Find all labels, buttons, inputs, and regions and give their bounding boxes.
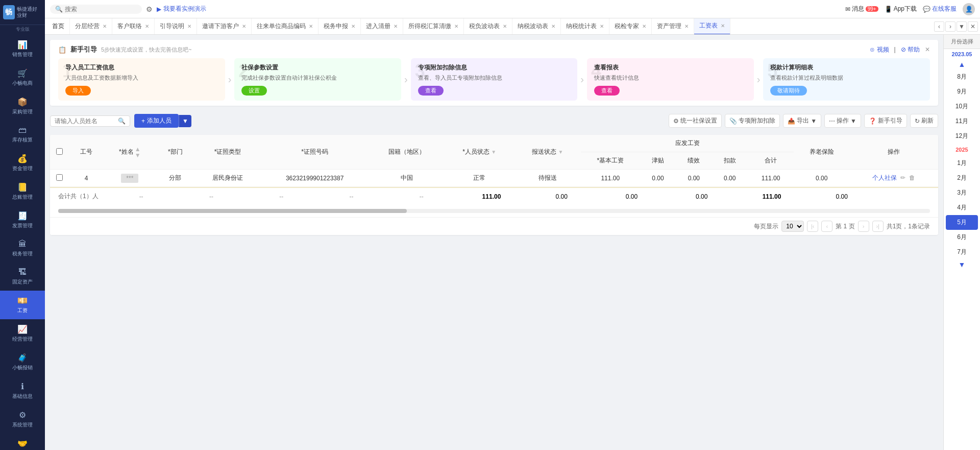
add-employee-dropdown[interactable]: ▼ <box>179 115 191 127</box>
step3-view-button[interactable]: 查看 <box>418 86 444 96</box>
step4-view-button[interactable]: 查看 <box>594 86 620 96</box>
tab-close-1[interactable]: ✕ <box>103 23 107 29</box>
step1-import-button[interactable]: 导入 <box>65 86 91 96</box>
employee-search[interactable]: 🔍 <box>50 115 130 127</box>
month-item-5[interactable]: 5月 <box>946 215 978 230</box>
sidebar-item-库存核算[interactable]: 🗃库存核算 <box>0 121 45 149</box>
sidebar-item-工资[interactable]: 💴工资 <box>0 291 45 319</box>
message-button[interactable]: ✉ 消息 99+ <box>845 5 878 13</box>
send-status-filter-icon[interactable]: ▼ <box>558 149 563 155</box>
search-icon[interactable]: 🔍 <box>118 117 126 125</box>
tab-工资表[interactable]: 工资表✕ <box>694 18 730 35</box>
app-download-button[interactable]: 📱 App下载 <box>885 5 917 13</box>
tab-纳税波动表[interactable]: 纳税波动表✕ <box>512 18 561 35</box>
tab-税检专家[interactable]: 税检专家✕ <box>609 18 652 35</box>
tab-scroll-right[interactable]: › <box>945 21 955 32</box>
sidebar-item-企业协同[interactable]: 🤝企业协同 <box>0 434 45 450</box>
sidebar-item-采购管理[interactable]: 📦采购管理 <box>0 92 45 121</box>
demo-link[interactable]: ▶ 我要看实例演示 <box>157 5 206 13</box>
month-item-6[interactable]: 6月 <box>944 230 980 245</box>
sidebar-item-固定资产[interactable]: 🏗固定资产 <box>0 263 45 291</box>
tab-close-11[interactable]: ✕ <box>600 23 604 29</box>
sidebar-item-发票管理[interactable]: 🧾发票管理 <box>0 206 45 234</box>
scrollbar-thumb[interactable] <box>58 209 407 213</box>
month-nav-up[interactable]: ▲ <box>958 59 967 69</box>
close-all-tabs[interactable]: ✕ <box>968 21 978 32</box>
month-item-10[interactable]: 10月 <box>944 99 980 114</box>
guide-video-link[interactable]: ⊙ 视频 <box>870 45 889 54</box>
sidebar-item-税务管理[interactable]: 🏛税务管理 <box>0 234 45 263</box>
topbar-search-input[interactable] <box>65 6 126 13</box>
month-item-4[interactable]: 4月 <box>944 200 980 215</box>
sidebar-item-系统管理[interactable]: ⚙系统管理 <box>0 405 45 434</box>
step2-set-button[interactable]: 设置 <box>241 86 267 96</box>
tab-close-4[interactable]: ✕ <box>242 23 246 29</box>
tab-close-3[interactable]: ✕ <box>187 23 191 29</box>
tab-close-12[interactable]: ✕ <box>642 23 646 29</box>
tab-纳税统计表[interactable]: 纳税统计表✕ <box>561 18 609 35</box>
tab-close-7[interactable]: ✕ <box>394 23 398 29</box>
tab-往来单位商品编码[interactable]: 往来单位商品编码✕ <box>252 18 318 35</box>
sidebar-item-销售管理[interactable]: 📊销售管理 <box>0 35 45 63</box>
tab-税负波动表[interactable]: 税负波动表✕ <box>464 18 512 35</box>
month-item-11[interactable]: 11月 <box>944 114 980 129</box>
month-item-7[interactable]: 7月 <box>944 245 980 259</box>
topbar-search[interactable]: 🔍 <box>50 5 142 14</box>
last-page-button[interactable]: ›| <box>872 221 884 232</box>
sidebar-item-资金管理[interactable]: 💰资金管理 <box>0 149 45 177</box>
add-employee-button[interactable]: + 添加人员 <box>134 114 179 128</box>
status-filter-icon[interactable]: ▼ <box>491 149 496 155</box>
tab-close-14[interactable]: ✕ <box>721 23 725 29</box>
tab-close-10[interactable]: ✕ <box>551 23 555 29</box>
tab-首页[interactable]: 首页 <box>47 18 70 35</box>
name-sort[interactable]: *姓名 ▲▼ <box>119 146 141 158</box>
tab-进入清册[interactable]: 进入清册✕ <box>361 18 403 35</box>
tab-分层经营[interactable]: 分层经营✕ <box>70 18 112 35</box>
month-item-1[interactable]: 1月 <box>944 156 980 171</box>
personal-social-insurance-link[interactable]: 个人社保 <box>872 174 897 181</box>
tab-close-5[interactable]: ✕ <box>309 23 313 29</box>
month-item-3[interactable]: 3月 <box>944 185 980 200</box>
first-page-button[interactable]: |‹ <box>807 221 818 232</box>
step5-wait-button[interactable]: 敬请期待 <box>770 86 807 96</box>
delete-icon[interactable]: 🗑 <box>909 174 915 181</box>
month-item-8[interactable]: 8月 <box>944 69 980 84</box>
edit-icon[interactable]: ✏ <box>900 174 905 181</box>
tab-引导说明[interactable]: 引导说明✕ <box>155 18 197 35</box>
user-avatar[interactable]: 👤 <box>963 3 975 15</box>
guide-close-icon[interactable]: ✕ <box>925 46 930 53</box>
month-nav-down[interactable]: ▼ <box>958 259 967 270</box>
sidebar-item-经营管理[interactable]: 📈经营管理 <box>0 319 45 348</box>
tab-客户联络[interactable]: 客户联络✕ <box>112 18 155 35</box>
per-page-select[interactable]: 10 20 50 <box>781 221 804 232</box>
horizontal-scrollbar[interactable] <box>50 205 938 217</box>
tab-税务申报[interactable]: 税务申报✕ <box>318 18 361 35</box>
prev-page-button[interactable]: ‹ <box>821 221 832 232</box>
month-item-2[interactable]: 2月 <box>944 171 980 185</box>
operations-button[interactable]: ⋯ 操作 ▼ <box>824 114 861 128</box>
tab-menu[interactable]: ▼ <box>957 21 967 32</box>
tab-close-2[interactable]: ✕ <box>145 23 149 29</box>
social-security-settings-button[interactable]: ⚙ 统一社保设置 <box>669 114 722 128</box>
settings-icon[interactable]: ⚙ <box>146 5 153 13</box>
sidebar-item-小畅电商[interactable]: 🛒小畅电商 <box>0 63 45 92</box>
tab-邀请下游客户[interactable]: 邀请下游客户✕ <box>197 18 252 35</box>
select-all-checkbox[interactable] <box>56 148 63 155</box>
tab-所得税汇算清缴[interactable]: 所得税汇算清缴✕ <box>403 18 464 35</box>
special-deduction-button[interactable]: 📎 专项附加扣除 <box>725 114 780 128</box>
export-button[interactable]: 📤 导出 ▼ <box>783 114 821 128</box>
row-checkbox[interactable] <box>56 174 63 181</box>
sidebar-item-总账管理[interactable]: 📒总账管理 <box>0 177 45 206</box>
sidebar-item-小畅报销[interactable]: 🧳小畅报销 <box>0 348 45 376</box>
next-page-button[interactable]: › <box>858 221 869 232</box>
month-item-9[interactable]: 9月 <box>944 84 980 99</box>
refresh-button[interactable]: ↻ 刷新 <box>910 114 938 128</box>
employee-search-input[interactable] <box>55 117 116 125</box>
tab-资产管理[interactable]: 资产管理✕ <box>652 18 694 35</box>
month-item-12[interactable]: 12月 <box>944 129 980 144</box>
tab-close-9[interactable]: ✕ <box>503 23 507 29</box>
beginner-guide-button[interactable]: ❓ 新手引导 <box>864 114 907 128</box>
guide-help-link[interactable]: ⊘ 帮助 <box>901 45 920 54</box>
tab-scroll-left[interactable]: ‹ <box>934 21 944 32</box>
sidebar-item-基础信息[interactable]: ℹ基础信息 <box>0 376 45 405</box>
